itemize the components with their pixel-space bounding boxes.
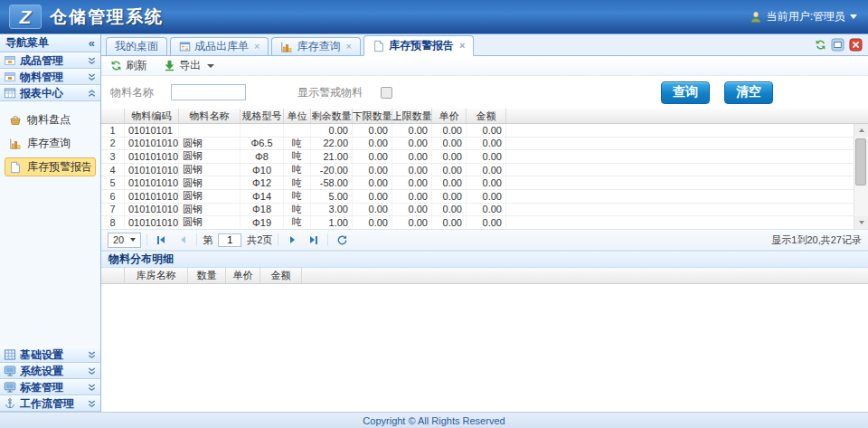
table-row[interactable]: 30101010102圆钢Φ8吨21.000.000.000.000.00 [101, 150, 868, 164]
column-header[interactable]: 单价 [432, 109, 467, 123]
grid-cell: 吨 [284, 204, 311, 216]
nav-basic-settings[interactable]: 基础设置 [0, 347, 100, 363]
anchor-icon [4, 397, 16, 410]
menu-item-label: 库存查询 [27, 136, 71, 151]
page-number-input[interactable] [218, 233, 241, 247]
grid-cell: 0.00 [392, 124, 432, 137]
last-page-button[interactable] [306, 233, 322, 247]
grid-cell: 0101010104 [125, 176, 179, 189]
page-suffix-label: 共2页 [247, 233, 272, 247]
tab-close-icon[interactable]: × [254, 42, 259, 52]
table-row[interactable]: 80101010108圆钢Φ19吨1.000.000.000.000.00 [101, 216, 868, 230]
scroll-down-icon[interactable] [854, 216, 868, 229]
column-header[interactable]: 规格型号 [241, 109, 284, 123]
material-box-icon [4, 71, 16, 83]
pager-refresh-button[interactable] [334, 233, 350, 247]
warning-filter-checkbox[interactable] [381, 87, 392, 99]
nav-report-center[interactable]: 报表中心 [0, 85, 100, 101]
pagination-bar: 20 第 共2页 显示1到20,共27记录 [101, 230, 868, 251]
nav-system-settings[interactable]: 系统设置 [0, 363, 100, 379]
refresh-icon [110, 60, 122, 71]
column-header[interactable]: 金额 [260, 268, 302, 283]
report-table-icon [4, 87, 16, 100]
menu-item-label: 库存预警报告 [27, 159, 92, 175]
table-row[interactable]: 50101010104圆钢Φ12吨-58.000.000.000.000.00 [101, 176, 868, 190]
refresh-tabs-icon[interactable] [815, 39, 826, 51]
page-size-select[interactable]: 20 [108, 233, 141, 248]
page-prefix-label: 第 [203, 233, 212, 247]
next-page-button[interactable] [284, 233, 300, 247]
grid-cell: 0.00 [432, 176, 467, 189]
menu-material-stocktake[interactable]: 物料盘点 [5, 110, 96, 129]
grid-cell: 0.00 [353, 138, 392, 150]
sidebar-collapse-button[interactable]: « [89, 36, 95, 50]
scrollbar-track[interactable] [854, 137, 868, 216]
column-header[interactable]: 上限数量 [392, 109, 432, 123]
column-header[interactable]: 物料名称 [179, 109, 241, 123]
user-icon [750, 11, 762, 24]
maximize-icon[interactable] [831, 38, 844, 52]
panel-label: 报表中心 [20, 86, 63, 101]
row-number-column-header [101, 109, 125, 123]
column-header[interactable]: 数量 [188, 268, 226, 283]
grid-cell: 0.00 [392, 138, 432, 150]
menu-inventory-warning-report[interactable]: 库存预警报告 [5, 157, 96, 176]
grid-cell: 吨 [284, 176, 311, 189]
grid-cell: 21.00 [311, 150, 353, 163]
table-row[interactable]: 70101010107圆钢Φ18吨3.000.000.000.000.00 [101, 204, 868, 217]
chevron-double-up-icon [87, 89, 97, 99]
grid-icon [4, 348, 16, 361]
row-number: 8 [101, 216, 125, 229]
table-row[interactable]: 60101010105圆钢Φ14吨5.000.000.000.000.00 [101, 190, 868, 204]
chevron-double-down-icon [87, 72, 97, 82]
refresh-button[interactable]: 刷新 [108, 57, 150, 74]
column-header[interactable]: 金额 [467, 109, 506, 123]
detail-grid-header: 库房名称数量单价金额 [101, 268, 868, 284]
prev-page-button[interactable] [175, 233, 191, 247]
scroll-up-icon[interactable] [854, 124, 868, 137]
close-tab-icon[interactable] [849, 38, 863, 52]
tab-inventory-query[interactable]: 库存查询× [271, 37, 360, 55]
column-header[interactable]: 库房名称 [125, 268, 188, 283]
column-header[interactable]: 物料编码 [125, 109, 179, 123]
scrollbar-thumb[interactable] [855, 138, 866, 185]
tab-my-desktop[interactable]: 我的桌面 [106, 37, 167, 55]
tab-product-outbound[interactable]: 成品出库单× [170, 37, 269, 55]
tab-inventory-warning-report[interactable]: 库存预警报告× [363, 35, 474, 56]
refresh-label: 刷新 [126, 58, 147, 73]
query-button[interactable]: 查询 [661, 81, 710, 104]
tab-label: 成品出库单 [194, 39, 249, 54]
tab-close-icon[interactable]: × [459, 41, 465, 51]
tab-label: 库存预警报告 [389, 38, 454, 53]
column-header[interactable]: 下限数量 [353, 109, 392, 123]
grid-cell: Φ10 [241, 164, 284, 176]
nav-label-mgmt[interactable]: 标签管理 [0, 379, 100, 395]
export-icon [164, 60, 175, 71]
column-header[interactable]: 单价 [226, 268, 260, 283]
app-window: Z 仓储管理系统 当前用户:管理员 导航菜单 « 成品管理物料管理报表中心 物料… [0, 0, 868, 428]
grid-doc-icon [179, 41, 191, 52]
nav-product-mgmt[interactable]: 成品管理 [0, 52, 100, 69]
first-page-button[interactable] [153, 233, 169, 247]
tab-close-icon[interactable]: × [345, 42, 351, 52]
grid-cell: 0.00 [353, 216, 392, 229]
grid-cell: 1.00 [311, 216, 353, 229]
grid-cell: 0.00 [392, 204, 432, 216]
chevron-double-down-icon [87, 56, 97, 66]
table-row[interactable]: 1010101010.000.000.000.000.00 [101, 124, 868, 138]
table-row[interactable]: 40101010103圆钢Φ10吨-20.000.000.000.000.00 [101, 164, 868, 177]
grid-cell: 0101010102 [125, 150, 179, 163]
clear-button[interactable]: 清空 [724, 81, 773, 104]
nav-material-mgmt[interactable]: 物料管理 [0, 69, 100, 85]
vertical-scrollbar[interactable] [854, 124, 868, 229]
column-header[interactable]: 剩余数量 [311, 109, 353, 123]
material-name-input[interactable] [171, 84, 246, 100]
user-menu[interactable]: 当前用户:管理员 [750, 9, 857, 24]
grid-cell: 圆钢 [179, 138, 241, 150]
grid-cell: 0.00 [392, 164, 432, 176]
table-row[interactable]: 20101010101圆钢Φ6.5吨22.000.000.000.000.00 [101, 138, 868, 151]
column-header[interactable]: 单位 [284, 109, 311, 123]
export-button[interactable]: 导出 [161, 57, 217, 74]
menu-inventory-query[interactable]: 库存查询 [5, 134, 96, 153]
nav-workflow-mgmt[interactable]: 工作流管理 [0, 395, 100, 412]
